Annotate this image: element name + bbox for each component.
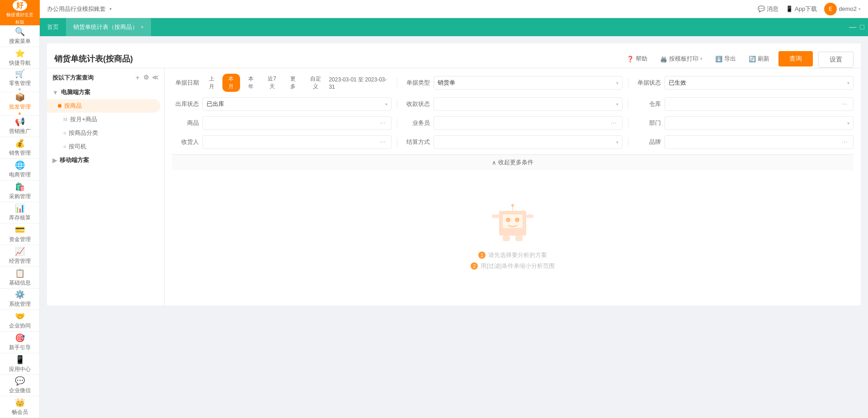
filter-date: 单据日期 上月 本月 本年 近7天 更多 自定义 2023-03-01 至 20… xyxy=(172,74,392,92)
svg-rect-4 xyxy=(492,214,499,218)
date-btn-this-year[interactable]: 本年 xyxy=(242,74,260,92)
refresh-label: 刷新 xyxy=(758,55,769,63)
tree-item-by-product[interactable]: 按商品 xyxy=(47,99,160,113)
header: 办公用品行业模拟账套 ▾ 💬 消息 📱 App下载 E demo2 ▾ xyxy=(40,0,868,18)
collapse-panel-button[interactable]: ≪ xyxy=(152,74,159,82)
sidebar-item-purchase[interactable]: 🛍️ 采购管理 xyxy=(0,180,40,202)
brand-control[interactable]: ··· xyxy=(665,135,854,149)
breadcrumb-dropdown-icon[interactable]: ▾ xyxy=(109,6,112,11)
date-btn-last-month[interactable]: 上月 xyxy=(203,74,221,92)
export-button[interactable]: ⬇️ 导出 xyxy=(712,53,740,65)
sidebar-item-wholesale[interactable]: 📦 批发管理 ▲ xyxy=(0,92,40,116)
tree-desktop-parent[interactable]: ▼ 电脑端方案 xyxy=(47,86,164,99)
filter-row-3: 商品 ··· 业务员 ··· xyxy=(172,116,854,130)
print-button[interactable]: 🖨️ 按模板打印 ▾ xyxy=(656,53,706,65)
product-more-icon[interactable]: ··· xyxy=(380,119,386,127)
query-button[interactable]: 查询 xyxy=(778,51,813,66)
sidebar-item-operations[interactable]: 📈 经营管理 xyxy=(0,245,40,267)
tree-desktop-label: 电脑端方案 xyxy=(61,88,90,96)
sidebar-item-label: 企业协同 xyxy=(9,322,31,330)
sidebar-item-apps[interactable]: 📱 应用中心 xyxy=(0,353,40,375)
warehouse-status-control[interactable]: 已出库 ▾ xyxy=(203,97,392,111)
recipient-more-icon[interactable]: ··· xyxy=(380,138,386,146)
sidebar-item-retail[interactable]: 🛒 零售管理 ▼ xyxy=(0,69,40,92)
salesperson-more-icon[interactable]: ··· xyxy=(611,119,617,127)
tab-home-label: 首页 xyxy=(47,23,59,31)
breadcrumb: 办公用品行业模拟账套 xyxy=(47,5,106,13)
svg-point-9 xyxy=(511,204,514,207)
refresh-button[interactable]: 🔄 刷新 xyxy=(745,53,773,65)
date-btn-custom[interactable]: 自定义 xyxy=(304,74,327,92)
department-label: 部门 xyxy=(634,119,661,127)
svg-point-2 xyxy=(506,218,510,222)
svg-rect-1 xyxy=(503,214,523,228)
settings-scheme-button[interactable]: ⚙ xyxy=(143,74,149,82)
sidebar-item-sales[interactable]: 💰 销售管理 xyxy=(0,137,40,159)
chevron-up-icon: ▲ xyxy=(18,111,22,115)
sidebar-item-newbie[interactable]: 🎯 新手引导 xyxy=(0,332,40,353)
svg-rect-5 xyxy=(526,214,533,218)
sidebar-item-enterprise[interactable]: 🤝 企业协同 xyxy=(0,310,40,332)
message-icon: 💬 xyxy=(758,5,765,12)
sidebar-item-label: 库存核算 xyxy=(9,214,31,222)
message-action[interactable]: 💬 消息 xyxy=(758,5,778,13)
department-control[interactable]: ▾ xyxy=(665,116,854,130)
tip-number-1: 1 xyxy=(478,252,486,259)
doc-type-control[interactable]: 销货单 ▾ xyxy=(434,76,623,90)
sidebar-item-ecommerce[interactable]: 🌐 电商管理 xyxy=(0,159,40,180)
print-icon: 🖨️ xyxy=(660,56,667,62)
doc-status-control[interactable]: 已生效 ▾ xyxy=(665,76,854,90)
sidebar-item-wechat[interactable]: 💬 企业微信 xyxy=(0,375,40,397)
app-logo[interactable]: 好 畅捷通好生意 标版 xyxy=(0,0,40,25)
tab-bar: 首页 销货单统计表（按商品） × — □ xyxy=(40,18,868,36)
filter-department: 部门 ▾ xyxy=(634,116,854,130)
chevron-down-icon: ▼ xyxy=(18,87,22,92)
help-button[interactable]: ❓ 帮助 xyxy=(623,53,651,65)
warehouse-control[interactable]: ··· xyxy=(665,97,854,111)
tab-minimize-button[interactable]: — xyxy=(849,23,856,31)
user-dropdown-icon: ▾ xyxy=(859,7,861,11)
salesperson-control[interactable]: ··· xyxy=(434,116,623,130)
payment-method-control[interactable]: ▾ xyxy=(434,135,623,149)
tree-mobile-parent[interactable]: ▶ 移动端方案 xyxy=(47,153,164,167)
payment-status-control[interactable]: ▾ xyxy=(434,97,623,111)
product-control[interactable]: ··· xyxy=(203,116,392,130)
tab-maximize-button[interactable]: □ xyxy=(860,23,864,31)
date-btn-more[interactable]: 更多 xyxy=(284,74,302,92)
sidebar-item-marketing[interactable]: 📢 营销推广 xyxy=(0,116,40,138)
sidebar-item-label: 经营管理 xyxy=(9,257,31,265)
tree-item-by-category[interactable]: ≡ 按商品分类 xyxy=(47,126,164,140)
wholesale-icon: 📦 xyxy=(15,92,25,102)
warehouse-more-icon[interactable]: ··· xyxy=(842,100,848,108)
svg-rect-6 xyxy=(503,236,510,241)
filter-brand: 品牌 ··· xyxy=(634,135,854,149)
sidebar: 好 畅捷通好生意 标版 🔍 搜索菜单 ⭐ 快捷导航 🛒 零售管理 ▼ 📦 批发管… xyxy=(0,0,40,418)
payment-status-label: 收款状态 xyxy=(403,100,430,108)
settings-button[interactable]: 设置 xyxy=(818,52,854,68)
sidebar-item-system[interactable]: ⚙️ 系统管理 xyxy=(0,289,40,310)
brand-more-icon[interactable]: ··· xyxy=(842,138,848,146)
tree-item-by-month-product[interactable]: M 按月+商品 xyxy=(47,113,164,126)
sidebar-item-quick-nav[interactable]: ⭐ 快捷导航 xyxy=(0,47,40,69)
sidebar-item-finance[interactable]: 💳 资金管理 xyxy=(0,223,40,245)
tab-home[interactable]: 首页 xyxy=(40,18,66,36)
tab-close-icon[interactable]: × xyxy=(141,24,144,30)
sidebar-item-member[interactable]: 👑 畅会员 xyxy=(0,396,40,418)
tree-item-by-cashier[interactable]: ≡ 按司机 xyxy=(47,140,164,153)
add-scheme-button[interactable]: ＋ xyxy=(134,74,141,82)
user-profile[interactable]: E demo2 ▾ xyxy=(824,3,861,15)
date-btn-7days[interactable]: 近7天 xyxy=(262,74,283,92)
sidebar-item-search[interactable]: 🔍 搜索菜单 xyxy=(0,25,40,47)
svg-rect-7 xyxy=(515,236,523,241)
app-download-action[interactable]: 📱 App下载 xyxy=(786,5,817,13)
date-btn-this-month[interactable]: 本月 xyxy=(222,74,241,92)
tab-sales-stats[interactable]: 销货单统计表（按商品） × xyxy=(66,18,151,36)
sidebar-item-inventory[interactable]: 📊 库存核算 xyxy=(0,202,40,224)
collapse-label: 收起更多条件 xyxy=(498,158,533,166)
collapse-bar[interactable]: ∧ 收起更多条件 xyxy=(172,154,854,170)
wechat-icon: 💬 xyxy=(15,376,25,386)
tree-item-label: 按商品 xyxy=(64,102,82,110)
sidebar-item-basic[interactable]: 📋 基础信息 xyxy=(0,267,40,289)
recipient-control[interactable]: ··· xyxy=(203,135,392,149)
tip-number-2: 2 xyxy=(471,262,478,270)
